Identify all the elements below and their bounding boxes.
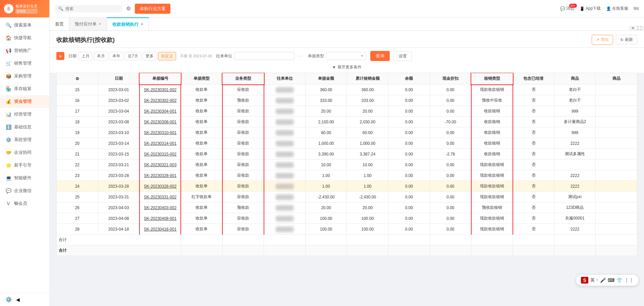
ime-keyboard-icon[interactable]: ⌨ [608,278,614,283]
ime-input-label[interactable]: 英 [590,277,595,283]
table-cell [596,117,637,127]
date-more[interactable]: 更多 [143,52,157,60]
operations-icon: 📊 [5,112,11,117]
system-icon: ⚙️ [5,137,11,142]
ime-shirt-icon[interactable]: 👕 [616,278,622,283]
tab-restore-icon[interactable]: ⛶ [637,26,641,30]
sidebar-item-wechat[interactable]: 💬 企业微信 [0,184,49,197]
refresh-button[interactable]: ↻ 刷新 [616,35,637,45]
sidebar-item-inventory[interactable]: 🏪 库存核算 [0,82,49,95]
query-button[interactable]: 查询 [370,51,390,61]
table-row[interactable]: 202023-03-14SK-20230314-001收款单应收款██████1… [57,138,637,149]
table-row[interactable]: 232023-03-28SK-20230328-001收款单应收款██████1… [57,170,637,181]
sidebar-item-search[interactable]: 🔍 搜索菜单 [0,19,49,32]
tab-home[interactable]: 首页 [50,17,69,30]
tab-collection-close[interactable]: ✕ [141,22,143,26]
table-cell: 0.00 [388,149,430,160]
sidebar-item-quicknav[interactable]: 🏠 快捷导航 [0,32,49,44]
table-cell: 收款单 [181,127,222,138]
expand-more-button[interactable]: ▼ 展开更多条件 [332,64,362,70]
filter-expand-button[interactable]: » [56,52,64,60]
table-container[interactable]: ⚙ 日期 单据编号 单据类型 业务类型 往来单位 单据金额 累计核销金额 余额 … [50,73,644,306]
counterpart-input[interactable] [234,52,294,60]
sidebar-item-member[interactable]: V 畅会员 [0,197,49,210]
table-cell: 100.00 [347,224,388,235]
table-cell: 25 [57,192,98,202]
sidebar-item-finance[interactable]: 💰 资金管理 [0,95,49,108]
table-cell: 2222 [554,170,596,181]
table-cell: SK-20230321-003 [140,160,181,170]
sidebar-item-marketing[interactable]: 📢 营销推广 [0,44,49,57]
table-cell: 0.00 [388,224,430,235]
sidebar-item-guide[interactable]: 🌟 新手引导 [0,159,49,172]
sidebar-item-search-label: 搜索菜单 [14,22,32,28]
table-cell: ██████ [264,181,306,192]
filter-counterpart-group: 往来单位 [216,52,294,60]
table-row[interactable]: 182023-03-08SK-20230308-001收款单应收款██████2… [57,117,637,127]
sidebar-item-system[interactable]: ⚙️ 系统管理 [0,133,49,146]
tab-close-all-icon[interactable]: ✕ [631,26,635,30]
date-7days[interactable]: 近7天 [125,52,141,60]
solution-button[interactable]: 体验行业方案 [135,4,170,14]
topbar-search-box[interactable]: 🔍 [55,5,122,12]
table-cell: 100.00 [305,213,347,224]
ime-voice-icon[interactable]: 🎤 [600,278,606,283]
table-cell: 23 [57,170,98,181]
table-cell [596,95,637,106]
table-cell: 否 [513,192,554,202]
tabs-bar: 首页 预付应付单 ✕ 收款核销执行 ✕ ✕ ⛶ [50,17,644,31]
date-last-month[interactable]: 上月 [78,52,93,60]
date-this-month[interactable]: 本月 [94,52,108,60]
table-cell: 0.00 [430,170,471,181]
table-cell: 应收款 [222,160,264,170]
table-cell: 预收中应收 [471,95,513,106]
table-cell: ██████ [264,127,306,138]
col-date: 日期 [98,73,140,84]
sidebar-item-sales[interactable]: 🛒 销售管理 [0,57,49,70]
table-cell: 收款单 [181,160,222,170]
table-row[interactable]: 192023-03-10SK-20230310-001收款单应收款██████6… [57,127,637,138]
table-cell: 0.00 [388,160,430,170]
sidebar-item-basic[interactable]: ℹ️ 基础信息 [0,121,49,133]
table-cell: 多计量商品2 [554,117,596,127]
table-row[interactable]: 172023-03-04SK-20230304-001收款单应收款██████2… [57,106,637,117]
tab-prepay[interactable]: 预付应付单 ✕ [69,17,107,30]
table-row[interactable]: 282023-04-18SK-20230418-001收款单应收款██████1… [57,224,637,235]
sidebar-item-hardware[interactable]: 💻 智能硬件 [0,172,49,184]
topbar-service-btn[interactable]: 👤 在线客服 [606,6,628,11]
table-cell [596,213,637,224]
table-row[interactable]: 162023-03-02SK-20230302-002收款单预收款██████3… [57,95,637,106]
topbar-gear-icon[interactable]: ⚙ [126,5,131,12]
table-row[interactable]: 252023-03-31SK-20230331-002红字收款单应收款█████… [57,192,637,202]
table-row[interactable]: 262023-04-03SK-20230403-002收款单预收款██████2… [57,202,637,213]
sidebar-item-corp[interactable]: 🤝 企业协同 [0,146,49,159]
filter-settings-button[interactable]: 设置 [394,51,412,61]
topbar-app-btn[interactable]: 📱 App下载 [580,6,601,11]
sidebar-collapse-icon[interactable]: ◀ [16,297,20,302]
table-row[interactable]: 242023-03-28SK-20230328-002收款单应收款██████1… [57,181,637,192]
marketing-icon: 📢 [5,48,11,53]
export-button[interactable]: ↗ 导出 [592,35,613,45]
date-this-year[interactable]: 本年 [109,52,123,60]
table-cell: 现款收款核销 [471,84,513,95]
table-row[interactable]: 152023-03-01SK-20230301-002收款单应收款██████3… [57,84,637,95]
sidebar-item-corp-label: 企业协同 [14,149,32,156]
bill-type-select[interactable] [326,52,366,60]
topbar-search-input[interactable] [65,6,116,11]
table-row[interactable]: 272023-04-08SK-20230408-001收款单应收款██████1… [57,213,637,224]
tab-prepay-close[interactable]: ✕ [99,22,101,26]
date-custom[interactable]: 自定义 [158,52,176,60]
table-cell: ██████ [264,84,306,95]
table-row[interactable]: 222023-03-21SK-20230321-003收款单应收款██████1… [57,160,637,170]
table-cell: 现款收款核销 [471,213,513,224]
filter-bar: » 日期 上月 本月 本年 近7天 更多 自定义 不限 至 2023-07-26… [50,48,644,64]
table-cell: 收款单 [181,213,222,224]
sidebar-settings-icon[interactable]: ⚙️ [5,296,12,303]
table-row[interactable]: 212023-03-15SK-20230315-002收款单应收款██████3… [57,149,637,160]
msg-badge: 99+ [569,4,577,8]
topbar-msg-btn[interactable]: 💬 消息 99+ [560,6,574,11]
ime-grid-icon[interactable]: ⋮⋮ [624,278,634,283]
sidebar-item-operations[interactable]: 📊 经营管理 [0,108,49,121]
sidebar-item-purchase[interactable]: 📦 采购管理 [0,70,49,82]
tab-collection[interactable]: 收款核销执行 ✕ [107,17,149,30]
